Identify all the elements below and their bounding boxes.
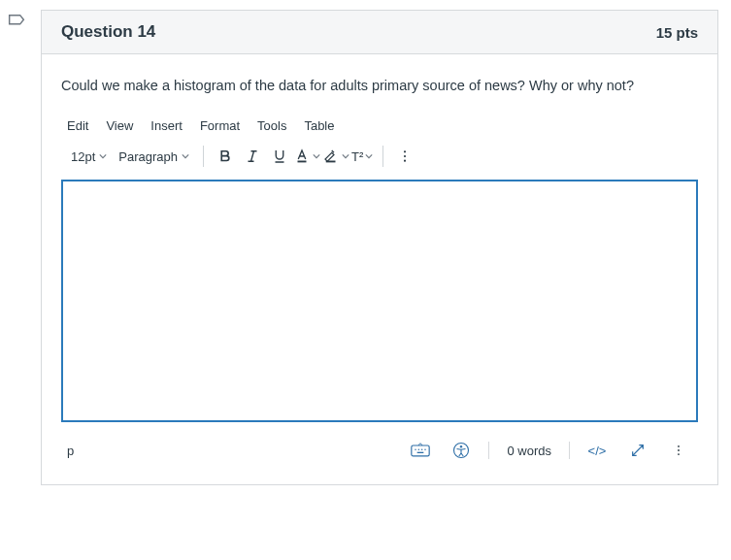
word-count: 0 words: [503, 444, 555, 458]
italic-button[interactable]: [239, 143, 266, 170]
more-status-button[interactable]: [665, 437, 692, 464]
menu-table[interactable]: Table: [304, 118, 334, 133]
svg-point-4: [404, 160, 406, 162]
bookmark-icon[interactable]: [6, 12, 27, 37]
svg-point-9: [425, 448, 427, 450]
separator: [203, 146, 204, 167]
code-icon: </>: [588, 444, 607, 458]
kebab-icon: [672, 444, 685, 457]
separator: [569, 442, 570, 459]
question-body: Could we make a histogram of the data fo…: [42, 54, 717, 484]
svg-point-12: [460, 445, 462, 447]
element-path[interactable]: p: [67, 444, 74, 458]
menu-edit[interactable]: Edit: [67, 118, 88, 133]
svg-point-14: [678, 449, 680, 451]
separator: [488, 442, 489, 459]
question-header: Question 14 15 pts: [42, 11, 717, 54]
answer-editor[interactable]: [61, 180, 698, 422]
question-points: 15 pts: [656, 24, 698, 41]
chevron-down-icon: [182, 152, 189, 160]
expand-icon: [630, 443, 646, 458]
menu-format[interactable]: Format: [200, 118, 240, 133]
accessibility-icon: [452, 442, 470, 459]
text-color-button[interactable]: [293, 143, 322, 170]
chevron-down-icon: [342, 152, 349, 160]
superscript-label: T²: [351, 149, 363, 164]
svg-point-8: [421, 448, 423, 450]
html-view-button[interactable]: </>: [583, 437, 611, 464]
editor-statusbar: p: [61, 436, 698, 465]
menu-view[interactable]: View: [106, 118, 133, 133]
editor-menubar: Edit View Insert Format Tools Table: [61, 118, 698, 141]
question-prompt: Could we make a histogram of the data fo…: [61, 78, 698, 93]
superscript-button[interactable]: T²: [351, 143, 375, 170]
svg-point-7: [418, 448, 420, 450]
bold-button[interactable]: [212, 143, 239, 170]
text-color-icon: [293, 148, 311, 165]
svg-point-3: [404, 155, 406, 157]
svg-rect-5: [412, 445, 429, 456]
italic-icon: [244, 148, 261, 165]
highlight-icon: [322, 148, 340, 165]
chevron-down-icon: [365, 152, 373, 160]
svg-rect-10: [417, 452, 424, 453]
question-title: Question 14: [61, 22, 155, 42]
block-format-select[interactable]: Paragraph: [113, 143, 195, 170]
font-size-label: 12pt: [71, 149, 95, 164]
svg-point-2: [404, 150, 406, 152]
fullscreen-button[interactable]: [624, 437, 651, 464]
underline-button[interactable]: [266, 143, 293, 170]
underline-icon: [271, 148, 288, 165]
chevron-down-icon: [99, 152, 107, 160]
font-size-select[interactable]: 12pt: [65, 143, 113, 170]
editor-toolbar: 12pt Paragraph: [61, 141, 698, 180]
kebab-icon: [397, 148, 413, 164]
svg-rect-1: [326, 161, 336, 163]
highlight-color-button[interactable]: [322, 143, 351, 170]
svg-point-6: [415, 448, 417, 450]
menu-tools[interactable]: Tools: [257, 118, 286, 133]
svg-rect-0: [298, 161, 307, 163]
question-card: Question 14 15 pts Could we make a histo…: [41, 10, 718, 485]
svg-point-15: [678, 453, 680, 455]
chevron-down-icon: [313, 152, 320, 160]
separator: [382, 146, 383, 167]
bold-icon: [216, 148, 234, 165]
menu-insert[interactable]: Insert: [150, 118, 183, 133]
more-toolbar-button[interactable]: [391, 143, 418, 170]
svg-point-13: [678, 445, 680, 447]
keyboard-shortcuts-button[interactable]: [407, 437, 434, 464]
keyboard-icon: [411, 443, 430, 458]
block-format-label: Paragraph: [118, 149, 178, 164]
accessibility-checker-button[interactable]: [448, 437, 475, 464]
